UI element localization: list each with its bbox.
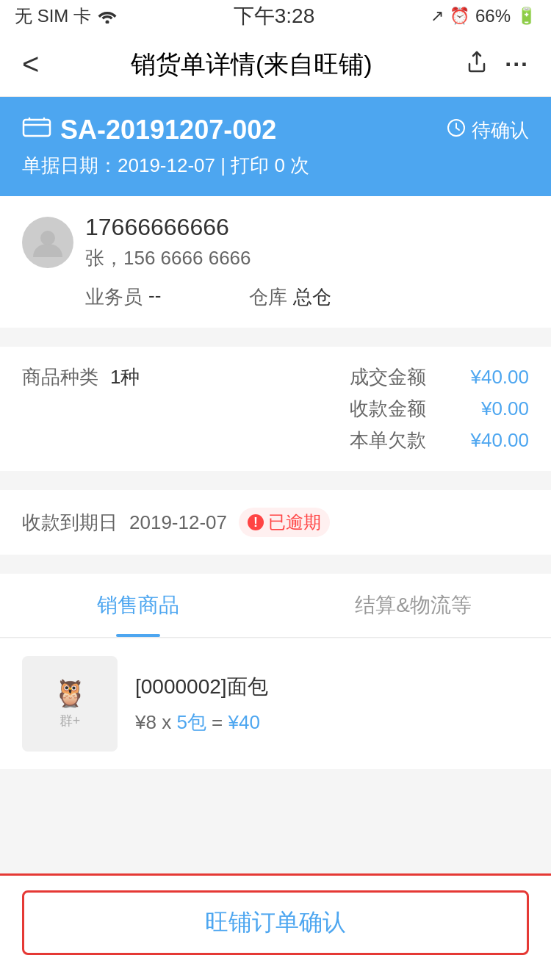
order-id: SA-20191207-002 (22, 115, 276, 145)
battery-text: 66% (475, 6, 511, 26)
nav-actions: ··· (464, 48, 529, 81)
share-icon[interactable] (464, 48, 490, 81)
sales-person-info: 业务员 -- (85, 284, 161, 310)
customer-phone: 17666666666 (85, 214, 251, 241)
received-amount-value: ¥0.00 (441, 397, 529, 420)
divider-1 (0, 335, 551, 347)
status-bar: 无 SIM 卡 下午3:28 ↗ ⏰ 66% 🔋 (0, 0, 551, 32)
divider-2 (0, 478, 551, 490)
product-info: [0000002]面包 ¥8 x 5包 = ¥40 (135, 673, 529, 735)
order-icon (22, 115, 51, 145)
status-carrier: 无 SIM 卡 (15, 4, 118, 28)
warehouse-label: 仓库 (249, 284, 287, 310)
order-status: 待确认 (447, 118, 529, 143)
product-types-value: 1种 (110, 364, 140, 390)
carrier-text: 无 SIM 卡 (15, 4, 91, 28)
customer-section: 17666666666 张，156 6666 6666 业务员 -- 仓库 总仓 (0, 196, 551, 328)
order-header-card: SA-20191207-002 待确认 单据日期：2019-12-07 | 打印… (0, 97, 551, 196)
total-price: ¥40 (228, 711, 260, 733)
warehouse-info: 仓库 总仓 (249, 284, 331, 310)
sales-person-value: -- (148, 284, 161, 310)
summary-section: 商品种类 1种 成交金额 ¥40.00 收款金额 ¥0.00 本单欠款 ¥40.… (0, 347, 551, 471)
back-button[interactable]: < (22, 48, 39, 81)
overdue-badge: ! 已逾期 (239, 508, 330, 537)
nav-title: 销货单详情(来自旺铺) (131, 48, 372, 82)
svg-rect-2 (24, 120, 50, 136)
status-right-area: ↗ ⏰ 66% 🔋 (431, 6, 536, 26)
product-name: [0000002]面包 (135, 673, 529, 701)
product-thumb-logo: 🦉 (54, 678, 87, 709)
overdue-icon: ! (248, 514, 264, 530)
product-list: 🦉 群+ [0000002]面包 ¥8 x 5包 = ¥40 (0, 638, 551, 769)
owed-amount-value: ¥40.00 (441, 429, 529, 452)
overdue-text: 已逾期 (268, 511, 321, 534)
svg-point-7 (40, 231, 55, 245)
received-amount-row: 收款金额 ¥0.00 (350, 396, 529, 422)
svg-point-0 (106, 21, 109, 24)
deal-amount-row: 成交金额 ¥40.00 (350, 364, 529, 390)
equals-sign: = (212, 711, 223, 733)
quantity: 5包 (176, 711, 206, 733)
customer-name: 张，156 6666 6666 (85, 245, 251, 271)
divider-3 (0, 562, 551, 574)
owed-amount-label: 本单欠款 (350, 428, 426, 453)
product-thumbnail: 🦉 群+ (22, 656, 118, 752)
tabs: 销售商品 结算&物流等 (0, 574, 551, 638)
nav-bar: < 销货单详情(来自旺铺) ··· (0, 32, 551, 97)
order-date-meta: 单据日期：2019-12-07 | 打印 0 次 (22, 153, 529, 179)
status-time: 下午3:28 (234, 2, 315, 30)
confirm-order-button[interactable]: 旺铺订单确认 (22, 890, 529, 955)
product-price: ¥8 x 5包 = ¥40 (135, 710, 529, 735)
product-item: 🦉 群+ [0000002]面包 ¥8 x 5包 = ¥40 (22, 656, 529, 752)
avatar (22, 217, 73, 268)
alarm-icon: ⏰ (450, 7, 469, 26)
more-icon[interactable]: ··· (505, 51, 529, 78)
bottom-action-bar: 旺铺订单确认 (0, 873, 551, 980)
due-date-label: 收款到期日 (22, 510, 118, 536)
owed-amount-row: 本单欠款 ¥40.00 (350, 428, 529, 453)
unit-price: ¥8 (135, 711, 156, 733)
multiply-sign: x (162, 711, 171, 733)
warehouse-value: 总仓 (293, 284, 331, 310)
due-date-value: 2019-12-07 (129, 511, 227, 534)
received-amount-label: 收款金额 (350, 396, 426, 422)
product-thumb-brand: 群+ (60, 712, 81, 729)
deal-amount-label: 成交金额 (350, 364, 426, 390)
clock-icon (447, 118, 466, 143)
product-types-label: 商品种类 (22, 364, 98, 390)
sales-person-label: 业务员 (85, 284, 143, 310)
battery-icon: 🔋 (516, 7, 536, 26)
due-date-section: 收款到期日 2019-12-07 ! 已逾期 (0, 490, 551, 555)
tab-settlement[interactable]: 结算&物流等 (276, 574, 551, 637)
wifi-icon (97, 9, 118, 24)
deal-amount-value: ¥40.00 (441, 366, 529, 389)
tab-sales-products[interactable]: 销售商品 (0, 574, 276, 637)
location-icon: ↗ (431, 7, 444, 26)
